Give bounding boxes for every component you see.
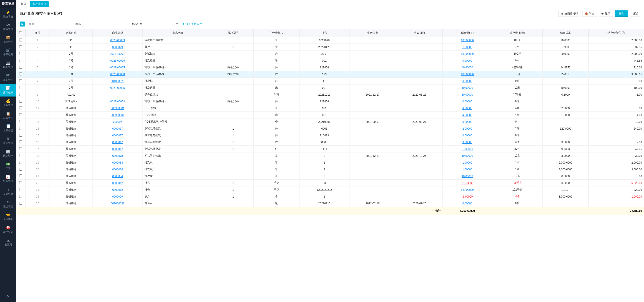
settings-gear-icon[interactable]: ⚙ [6, 292, 10, 300]
row-code[interactable]: 0000029 [92, 44, 143, 51]
row-code[interactable]: 0000084 [92, 159, 143, 166]
row-checkbox[interactable] [19, 52, 22, 55]
row-qty-main[interactable]: 4.00000 [443, 105, 492, 112]
home-tab[interactable]: 首页 [18, 1, 29, 7]
select-all-checkbox[interactable] [19, 31, 22, 34]
row-qty-main[interactable]: 10.00000 [443, 173, 492, 180]
row-code[interactable]: 0000012 [92, 187, 143, 193]
print-button[interactable]: 🖨 按摘要打印 [558, 11, 580, 17]
row-checkbox[interactable] [19, 45, 22, 48]
row-code[interactable]: 000097 [92, 118, 143, 125]
display-button[interactable]: 👁 显示 [599, 11, 613, 17]
row-code[interactable]: 0000084 [92, 173, 143, 180]
row-checkbox[interactable] [19, 181, 22, 184]
setting-button[interactable]: 设置 [630, 11, 640, 17]
row-code[interactable]: 0000029 [92, 193, 143, 200]
row-qty-main[interactable]: 10.00000 [443, 153, 492, 159]
sidebar-item-basic-info[interactable]: ℹ 基础信息 [0, 185, 16, 198]
row-code[interactable]: 0000078 [92, 153, 143, 159]
row-code[interactable]: 0000017 [92, 132, 143, 139]
row-qty-main[interactable]: 0.00000 [443, 78, 492, 84]
sidebar-item-salary[interactable]: 💵 工资 [0, 160, 16, 172]
row-code[interactable]: 0000084 [92, 166, 143, 173]
row-checkbox[interactable] [19, 120, 22, 123]
row-qty-main[interactable]: 49.60000 [443, 64, 492, 71]
row-code[interactable]: 0023-00009 [92, 37, 143, 44]
row-checkbox[interactable] [19, 140, 22, 143]
sidebar-item-ecommerce[interactable]: 💻 电商管理 [0, 58, 16, 71]
row-checkbox[interactable] [19, 39, 22, 42]
row-qty-main[interactable]: 10.00000 [443, 91, 492, 98]
row-code[interactable]: 0023-00008 [92, 98, 143, 105]
sidebar-logo[interactable]: 搜索菜单 [0, 0, 16, 8]
row-checkbox[interactable] [19, 66, 22, 69]
row-qty-main[interactable]: 100.00000 [443, 51, 492, 57]
row-checkbox[interactable] [19, 168, 22, 171]
row-code[interactable]: 0023-00005 [92, 64, 143, 71]
row-qty-main[interactable]: 10.00000 [443, 84, 492, 91]
row-checkbox[interactable] [19, 93, 22, 96]
row-checkbox[interactable] [19, 73, 22, 75]
row-qty-main[interactable]: 4.00000 [443, 112, 492, 118]
row-qty-main[interactable]: 3.00000 [443, 139, 492, 146]
sidebar-item-tax[interactable]: 🏛 税务管理 [0, 134, 16, 147]
category-select[interactable] [144, 21, 180, 27]
sidebar-item-system[interactable]: ⚙ 系统管理 [0, 198, 16, 210]
row-code[interactable]: 0000017 [92, 125, 143, 132]
row-checkbox[interactable] [19, 113, 22, 116]
row-qty-main[interactable]: 0.00000 [443, 57, 492, 64]
row-qty-main[interactable]: 0.00000 [443, 98, 492, 105]
row-checkbox[interactable] [19, 106, 22, 109]
row-qty-main[interactable]: 87.00000 [443, 146, 492, 153]
sidebar-item-guide[interactable]: 🎯 新手引导 [0, 223, 16, 236]
row-qty-main[interactable]: 0.00000 [443, 132, 492, 139]
sidebar-item-invoice[interactable]: 🧾 发票管理 [0, 122, 16, 134]
row-checkbox[interactable] [19, 127, 22, 130]
row-qty-main[interactable]: -1.00000 [443, 193, 492, 200]
row-code[interactable]: 001000026 [92, 78, 143, 84]
expand-conditions-button[interactable]: ▼ 展开更多条件 [182, 22, 202, 26]
sidebar-item-purchase[interactable]: 🛒 采购管理 [0, 71, 16, 84]
sidebar-item-assets[interactable]: 🏢 固定资产 [0, 147, 16, 160]
row-qty-main[interactable]: 1.00000 [443, 159, 492, 166]
sidebar-item-cloud[interactable]: ☁ 云应用 [0, 236, 16, 248]
sidebar-item-ledger[interactable]: 📋 总账管理 [0, 109, 16, 122]
query-button[interactable]: 查询 [614, 11, 628, 17]
sidebar-item-ecommerce-small[interactable]: 🛒 小鹅电商 [0, 46, 16, 58]
sidebar-item-inventory[interactable]: 📊 库存核算 [0, 84, 16, 96]
row-checkbox[interactable] [19, 188, 22, 191]
active-tab[interactable]: 库存批次 × [30, 1, 49, 7]
row-qty-main[interactable]: 2.00000 [443, 125, 492, 132]
row-code[interactable]: 0023-0000... [92, 51, 143, 57]
row-code[interactable]: 000900001 [92, 105, 143, 112]
row-checkbox[interactable] [19, 195, 22, 198]
filter-expand-arrow[interactable]: ▶ [20, 22, 25, 27]
row-checkbox[interactable] [19, 147, 22, 150]
row-qty-main[interactable]: 100.00000 [443, 71, 492, 78]
row-code[interactable]: 0023-00008 [92, 71, 143, 78]
row-code[interactable]: 0000012 [92, 180, 143, 187]
tab-close-button[interactable]: × [44, 3, 46, 5]
amount-info-icon[interactable]: ? [622, 31, 625, 35]
row-checkbox[interactable] [19, 134, 22, 137]
row-qty-main[interactable]: 100.00000 [443, 37, 492, 44]
export-button[interactable]: 📤 导出 [582, 11, 597, 17]
row-qty-main[interactable]: 1.00000 [443, 166, 492, 173]
row-qty-main[interactable]: 0.00000 [443, 200, 492, 207]
row-code[interactable]: 0023-00005 [92, 57, 143, 64]
row-code[interactable]: 000900001 [92, 112, 143, 118]
row-code[interactable]: 001000031 [92, 200, 143, 207]
row-code[interactable]: 0000017 [92, 146, 143, 153]
sidebar-item-retail[interactable]: 🛍 零售管理 [0, 21, 16, 33]
sidebar-item-shortcuts[interactable]: ⚡ 快捷导航 [0, 8, 16, 21]
row-qty-main[interactable]: 0.00000 [443, 118, 492, 125]
row-checkbox[interactable] [19, 161, 22, 164]
warehouse-input[interactable] [27, 21, 68, 27]
row-qty-main[interactable]: 1.00000 [443, 44, 492, 51]
row-checkbox[interactable] [19, 154, 22, 157]
row-code[interactable]: 0000017 [92, 139, 143, 146]
row-checkbox[interactable] [19, 86, 22, 89]
sidebar-item-finance[interactable]: 💰 资金管理 [0, 96, 16, 109]
sidebar-item-collab[interactable]: 🤝 企业协同 [0, 210, 16, 223]
row-code[interactable] [92, 91, 143, 98]
